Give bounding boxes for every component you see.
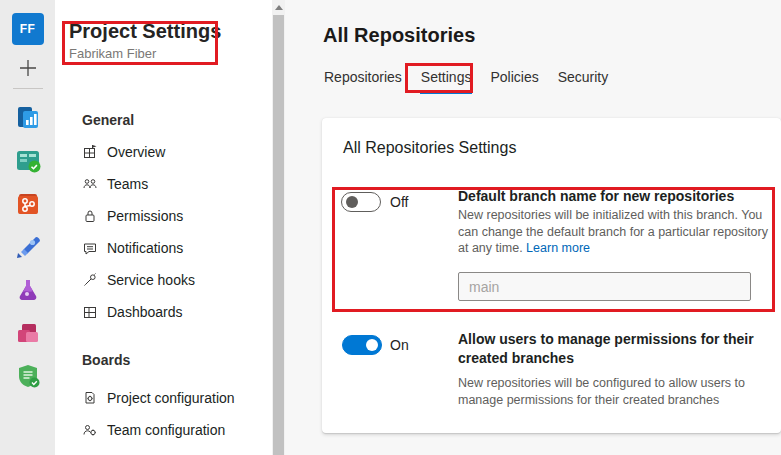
sidebar-item-team-configuration[interactable]: Team configuration	[82, 414, 268, 446]
sidebar-item-label: Team configuration	[107, 422, 225, 438]
add-icon[interactable]	[16, 56, 40, 80]
project-name: Fabrikam Fiber	[69, 46, 156, 61]
sidebar-item-teams[interactable]: Teams	[82, 168, 268, 200]
project-settings-sidebar: Project Settings Fabrikam Fiber General …	[55, 0, 272, 455]
sidebar-item-label: Dashboards	[107, 304, 183, 320]
main-heading: All Repositories	[323, 24, 475, 47]
all-repositories-settings-card: All Repositories Settings Off Default br…	[322, 118, 781, 433]
setting-description: New repositories will be initialized wit…	[458, 207, 774, 257]
setting-title: Allow users to manage permissions for th…	[458, 330, 781, 368]
default-branch-name-input[interactable]	[458, 272, 751, 301]
rail-divider	[13, 88, 43, 89]
sidebar-scrollbar[interactable]	[272, 0, 285, 455]
overview-grid-icon	[82, 144, 98, 160]
sidebar-item-dashboards[interactable]: Dashboards	[82, 296, 268, 328]
app-icon-rail: FF	[0, 0, 55, 455]
default-branch-toggle[interactable]	[341, 192, 381, 212]
pipelines-icon[interactable]	[14, 233, 42, 261]
sidebar-item-label: Teams	[107, 176, 148, 192]
service-hooks-icon	[82, 272, 98, 288]
sidebar-item-label: Service hooks	[107, 272, 195, 288]
toggle-knob	[366, 339, 378, 351]
security-shield-icon[interactable]	[14, 362, 42, 390]
sidebar-item-label: Permissions	[107, 208, 183, 224]
sidebar-item-label: Overview	[107, 144, 165, 160]
document-gear-icon	[82, 390, 98, 406]
scrollbar-up-arrow-icon[interactable]	[275, 5, 283, 10]
tab-policies[interactable]: Policies	[489, 66, 539, 94]
branch-permissions-toggle[interactable]	[342, 335, 382, 355]
scrollbar-thumb[interactable]	[273, 15, 284, 455]
sidebar-item-permissions[interactable]: Permissions	[82, 200, 268, 232]
comment-icon	[82, 240, 98, 256]
people-gear-icon	[82, 422, 98, 438]
nav-group-general: General	[82, 104, 268, 136]
sidebar-item-service-hooks[interactable]: Service hooks	[82, 264, 268, 296]
sidebar-item-label: Notifications	[107, 240, 183, 256]
toggle-knob	[346, 196, 358, 208]
tab-repositories[interactable]: Repositories	[323, 66, 403, 94]
repos-icon[interactable]	[14, 190, 42, 218]
settings-nav: General Overview Teams Permissions Notif…	[82, 104, 268, 446]
sidebar-item-notifications[interactable]: Notifications	[82, 232, 268, 264]
boards-icon[interactable]	[14, 147, 42, 175]
artifacts-icon[interactable]	[14, 319, 42, 347]
teams-icon	[82, 176, 98, 192]
repositories-tab-bar: Repositories Settings Policies Security	[323, 66, 609, 94]
sidebar-item-project-configuration[interactable]: Project configuration	[82, 382, 268, 414]
dashboards-grid-icon	[82, 304, 98, 320]
lock-icon	[82, 208, 98, 224]
tab-security[interactable]: Security	[557, 66, 610, 94]
learn-more-link[interactable]: Learn more	[526, 241, 590, 255]
sidebar-item-overview[interactable]: Overview	[82, 136, 268, 168]
nav-group-boards: Boards	[82, 344, 268, 376]
setting-description: New repositories will be configured to a…	[458, 375, 781, 408]
test-plans-icon[interactable]	[14, 276, 42, 304]
setting-description-text: New repositories will be initialized wit…	[458, 208, 768, 255]
toggle-state-label: On	[390, 337, 409, 353]
card-title: All Repositories Settings	[343, 139, 516, 157]
overview-summary-icon[interactable]	[14, 104, 42, 132]
toggle-state-label: Off	[390, 194, 408, 210]
setting-title: Default branch name for new repositories	[458, 187, 768, 206]
page-title: Project Settings	[69, 20, 221, 43]
project-avatar[interactable]: FF	[12, 13, 44, 45]
sidebar-item-label: Project configuration	[107, 390, 235, 406]
tab-settings[interactable]: Settings	[420, 66, 473, 94]
